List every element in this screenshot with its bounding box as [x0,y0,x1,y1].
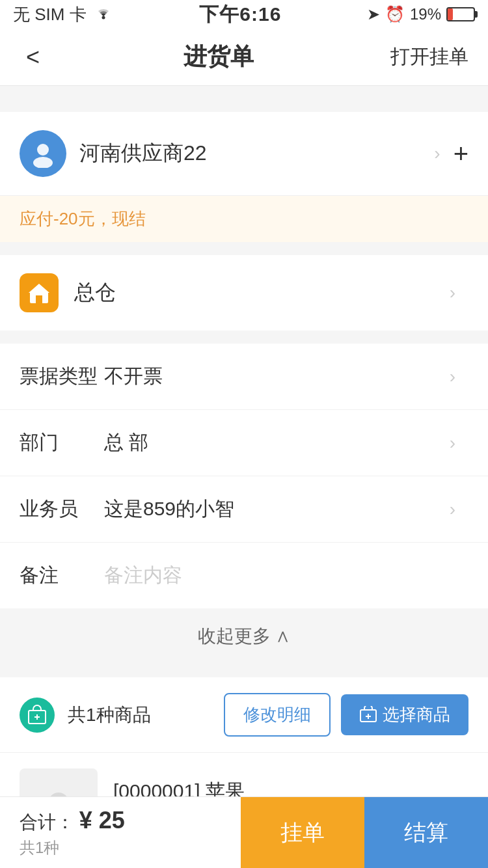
products-count: 共1种商品 [68,703,224,727]
salesman-chevron-icon: › [450,499,455,520]
page-title: 进货单 [183,41,254,73]
bottom-bar: 合计： ¥ 25 共1种 挂单 结算 [0,796,488,868]
svg-point-1 [37,144,49,156]
total-row: 合计： ¥ 25 [20,807,221,835]
svg-point-2 [33,157,53,168]
svg-point-0 [102,16,105,19]
salesman-value: 这是859的小智 [104,496,450,522]
open-pending-button[interactable]: 打开挂单 [390,44,468,70]
products-header: 共1种商品 修改明细 选择商品 [0,677,488,752]
top-separator [0,86,488,99]
battery-label: 19% [410,5,441,23]
invoice-chevron-icon: › [450,366,455,387]
salesman-label: 业务员 [20,496,104,522]
svg-marker-4 [29,284,49,293]
status-left: 无 SIM 卡 [13,3,114,26]
battery-icon [446,7,475,21]
salesman-row[interactable]: 业务员 这是859的小智 › [0,476,488,543]
select-product-button[interactable]: 选择商品 [341,694,468,735]
warehouse-chevron-icon: › [450,282,455,303]
remark-input[interactable]: 备注内容 [104,562,468,589]
status-bar: 无 SIM 卡 下午6:16 ➤ ⏰ 19% [0,0,488,29]
supplier-row[interactable]: 河南供应商22 › + [0,112,488,196]
time-label: 下午6:16 [199,1,281,28]
checkout-button[interactable]: 结算 [364,797,488,869]
nav-bar: < 进货单 打开挂单 [0,29,488,86]
remark-row[interactable]: 备注 备注内容 [0,543,488,608]
total-section: 合计： ¥ 25 共1种 [0,807,241,858]
back-button[interactable]: < [20,37,46,77]
alarm-icon: ⏰ [385,5,405,23]
form-section: 票据类型 不开票 › 部门 总 部 › 业务员 这是859的小智 › 备注 备注… [0,344,488,608]
location-icon: ➤ [367,5,380,23]
total-label: 合计： [20,812,74,832]
select-product-label: 选择商品 [383,703,450,726]
supplier-name: 河南供应商22 [79,139,434,168]
status-right: ➤ ⏰ 19% [367,5,475,23]
warehouse-icon [20,273,59,312]
carrier-label: 无 SIM 卡 [13,3,87,26]
supplier-section: 河南供应商22 › + 应付-20元，现结 [0,112,488,242]
warehouse-section: 总仓 › [0,255,488,331]
warehouse-name: 总仓 [74,278,450,307]
count-label: 共1种 [20,837,221,858]
department-value: 总 部 [104,429,450,456]
products-icon [20,698,55,733]
invoice-type-value: 不开票 [104,363,450,390]
add-supplier-button[interactable]: + [454,139,468,169]
invoice-type-label: 票据类型 [20,363,104,390]
supplier-avatar [20,130,66,177]
department-chevron-icon: › [450,433,455,454]
pending-button[interactable]: 挂单 [241,797,364,869]
total-amount: ¥ 25 [79,807,125,834]
invoice-type-row[interactable]: 票据类型 不开票 › [0,344,488,410]
wifi-icon [93,5,114,25]
department-row[interactable]: 部门 总 部 › [0,410,488,476]
svg-rect-5 [36,295,42,303]
collapse-button[interactable]: 收起更多 ∧ [0,608,488,664]
remark-label: 备注 [20,562,104,589]
department-label: 部门 [20,429,104,456]
warehouse-row[interactable]: 总仓 › [0,255,488,331]
edit-detail-button[interactable]: 修改明细 [224,693,331,737]
supplier-chevron-icon: › [434,143,440,164]
supplier-notice: 应付-20元，现结 [0,196,488,242]
